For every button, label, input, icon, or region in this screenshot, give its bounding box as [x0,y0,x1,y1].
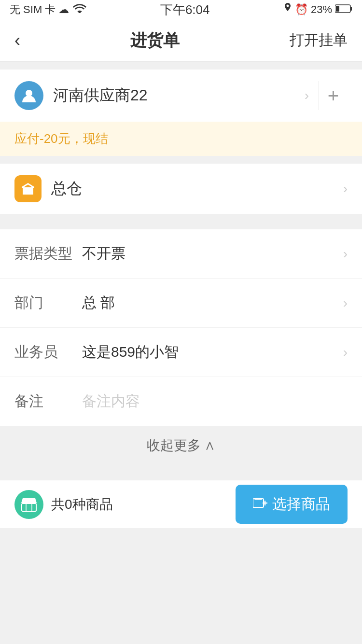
nav-bar: ‹ 进货单 打开挂单 [0,19,362,62]
goods-icon [14,490,43,519]
salesperson-chevron-icon: › [343,345,348,360]
warehouse-row[interactable]: 总仓 › [0,164,362,214]
remark-input[interactable]: 备注内容 [72,392,348,411]
alarm-icon: ⏰ [295,3,308,16]
supplier-avatar [14,81,43,110]
bottom-bar: 共0种商品 选择商品 [0,480,362,528]
warehouse-name: 总仓 [51,178,343,199]
svg-rect-8 [253,499,264,507]
department-label: 部门 [14,293,72,313]
salesperson-label: 业务员 [14,342,72,362]
collapse-label: 收起更多 ∧ [147,436,216,455]
plus-icon: + [328,86,339,105]
back-button[interactable]: ‹ [14,30,20,51]
svg-rect-2 [336,6,339,12]
select-goods-button[interactable]: 选择商品 [236,485,348,524]
open-pending-button[interactable]: 打开挂单 [290,30,348,50]
signal-text: 无 SIM 卡 ☁ [10,2,69,17]
location-icon [283,3,292,16]
supplier-chevron-icon: › [305,88,309,103]
svg-point-3 [26,90,32,97]
svg-rect-4 [26,190,30,195]
status-left: 无 SIM 卡 ☁ [10,2,86,17]
department-value: 总 部 [72,293,343,313]
top-divider [0,62,362,70]
goods-info: 共0种商品 [14,490,113,519]
warehouse-section: 总仓 › [0,164,362,214]
section-divider-1 [0,156,362,164]
goods-count-text: 共0种商品 [51,495,113,514]
remark-label: 备注 [14,392,72,411]
select-goods-icon [253,496,267,513]
department-chevron-icon: › [343,295,348,311]
section-divider-3 [0,464,362,472]
svg-rect-1 [350,7,352,11]
ticket-type-chevron-icon: › [343,246,348,262]
select-goods-label: 选择商品 [272,494,330,514]
warehouse-icon [14,175,42,202]
remark-row[interactable]: 备注 备注内容 [0,377,362,426]
battery-icon [335,3,352,16]
ticket-type-label: 票据类型 [14,244,72,264]
ticket-type-row[interactable]: 票据类型 不开票 › [0,229,362,279]
salesperson-value: 这是859的小智 [72,342,343,362]
warehouse-chevron-icon: › [343,181,348,196]
department-row[interactable]: 部门 总 部 › [0,279,362,328]
notice-bar: 应付-20元，现结 [0,122,362,156]
status-time: 下午6:04 [160,1,210,18]
add-supplier-button[interactable]: + [319,81,348,110]
ticket-type-value: 不开票 [72,244,343,264]
battery-text: 23% [311,3,332,16]
supplier-row[interactable]: 河南供应商22 › + [0,70,362,122]
supplier-section: 河南供应商22 › + 应付-20元，现结 [0,70,362,156]
page-title: 进货单 [130,29,180,52]
form-section: 票据类型 不开票 › 部门 总 部 › 业务员 这是859的小智 › 备注 备注… [0,229,362,426]
status-bar: 无 SIM 卡 ☁ 下午6:04 ⏰ 23% [0,0,362,19]
section-divider-2 [0,214,362,222]
collapse-button[interactable]: 收起更多 ∧ [0,426,362,464]
notice-text: 应付-20元，现结 [14,131,108,146]
salesperson-row[interactable]: 业务员 这是859的小智 › [0,328,362,377]
status-right: ⏰ 23% [283,3,352,16]
supplier-name: 河南供应商22 [53,85,305,106]
wifi-icon [73,3,86,16]
svg-rect-5 [22,504,36,511]
